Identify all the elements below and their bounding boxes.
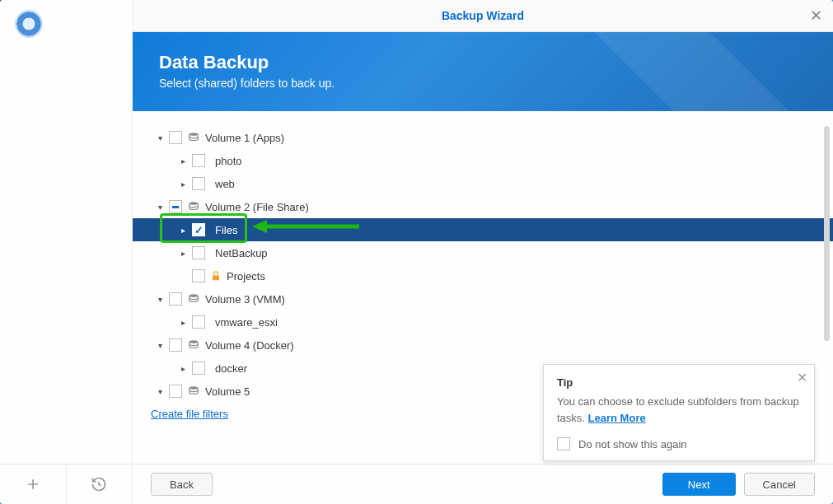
- checkbox[interactable]: [192, 177, 205, 190]
- checkbox[interactable]: [192, 315, 205, 329]
- chevron-down-icon[interactable]: ▾: [156, 203, 164, 211]
- window-title: Backup Wizard: [442, 9, 524, 22]
- page-title: Data Backup: [159, 52, 807, 73]
- close-icon: ✕: [797, 371, 807, 385]
- tree-row[interactable]: ▸photo: [151, 149, 815, 172]
- checkbox[interactable]: [169, 338, 182, 352]
- volume-icon: [187, 201, 200, 212]
- main-panel: Backup Wizard ✕ Data Backup Select (shar…: [133, 0, 833, 504]
- plus-icon: [25, 476, 41, 492]
- checkbox[interactable]: [557, 437, 570, 450]
- chevron-right-icon[interactable]: ▸: [179, 318, 187, 326]
- app-sidebar: [0, 0, 133, 504]
- tree-row[interactable]: ▸vmware_esxi: [151, 310, 815, 334]
- tip-dont-show-label: Do not show this again: [578, 438, 687, 450]
- tree-item-label: docker: [215, 362, 247, 375]
- chevron-down-icon[interactable]: ▾: [156, 387, 164, 395]
- back-button[interactable]: Back: [151, 473, 213, 496]
- hero-banner: Data Backup Select (shared) folders to b…: [133, 32, 833, 111]
- backup-wizard-window: Backup Wizard ✕ Data Backup Select (shar…: [0, 0, 833, 504]
- chevron-right-icon[interactable]: ▸: [179, 226, 187, 234]
- tree-row[interactable]: ▾Volume 2 (File Share): [151, 195, 815, 218]
- tip-body: You can choose to exclude subfolders fro…: [557, 394, 801, 426]
- tree-row[interactable]: ▸Files: [133, 218, 833, 241]
- add-task-button[interactable]: [0, 464, 67, 504]
- checkbox[interactable]: [192, 362, 205, 375]
- chevron-down-icon[interactable]: ▾: [156, 341, 164, 349]
- next-button[interactable]: Next: [662, 473, 736, 496]
- checkbox[interactable]: [169, 131, 182, 144]
- checkbox[interactable]: [192, 269, 205, 282]
- tree-row[interactable]: ▾Volume 3 (VMM): [151, 287, 815, 310]
- chevron-right-icon[interactable]: ▸: [179, 180, 187, 188]
- scrollbar[interactable]: [824, 126, 830, 424]
- svg-point-3: [190, 294, 199, 297]
- tree-item-label: photo: [215, 155, 242, 167]
- chevron-right-icon[interactable]: ▸: [179, 364, 187, 372]
- tree-row[interactable]: ▾Volume 4 (Docker): [151, 334, 815, 357]
- tree-item-label: Files: [215, 224, 237, 236]
- chevron-down-icon[interactable]: ▾: [156, 133, 164, 142]
- tree-item-label: Volume 4 (Docker): [205, 339, 294, 352]
- disclosure-spacer: [179, 272, 187, 280]
- chevron-down-icon[interactable]: ▾: [156, 295, 164, 303]
- titlebar: Backup Wizard ✕: [133, 0, 833, 32]
- volume-icon: [187, 339, 200, 351]
- page-subtitle: Select (shared) folders to back up.: [159, 77, 807, 90]
- tip-dont-show-row[interactable]: Do not show this again: [557, 437, 801, 450]
- checkbox[interactable]: [192, 223, 205, 236]
- tree-row[interactable]: ▾Volume 1 (Apps): [151, 126, 815, 149]
- tree-item-label: vmware_esxi: [215, 316, 278, 329]
- tree-item-label: Volume 1 (Apps): [205, 132, 284, 144]
- history-icon: [91, 476, 107, 492]
- close-icon: ✕: [810, 7, 822, 25]
- folder-tree[interactable]: ▾Volume 1 (Apps)▸photo▸web▾Volume 2 (Fil…: [151, 126, 815, 403]
- chevron-right-icon[interactable]: ▸: [179, 249, 187, 257]
- tree-item-label: NetBackup: [215, 247, 268, 259]
- checkbox[interactable]: [192, 154, 205, 167]
- tree-item-label: Volume 3 (VMM): [205, 293, 285, 306]
- app-logo-icon[interactable]: [15, 10, 43, 38]
- tree-row[interactable]: ▸NetBackup: [151, 241, 815, 264]
- wizard-footer: Back Next Cancel: [133, 464, 833, 504]
- learn-more-link[interactable]: Learn More: [588, 412, 646, 424]
- checkbox[interactable]: [169, 200, 182, 213]
- chevron-right-icon[interactable]: ▸: [179, 156, 187, 165]
- svg-rect-2: [213, 275, 219, 280]
- tip-title: Tip: [557, 376, 801, 389]
- tree-item-label: Projects: [227, 270, 265, 282]
- svg-point-1: [190, 202, 199, 205]
- volume-icon: [187, 385, 200, 397]
- tree-item-label: Volume 2 (File Share): [205, 201, 309, 213]
- tree-item-label: Volume 5: [205, 385, 250, 398]
- volume-icon: [187, 293, 200, 305]
- tip-close-button[interactable]: ✕: [797, 370, 807, 385]
- tip-popover: ✕ Tip You can choose to exclude subfolde…: [543, 364, 815, 461]
- cancel-button[interactable]: Cancel: [744, 473, 815, 496]
- lock-icon: [210, 270, 222, 282]
- history-button[interactable]: [67, 464, 133, 504]
- checkbox[interactable]: [169, 292, 182, 306]
- create-file-filters-link[interactable]: Create file filters: [151, 408, 228, 420]
- svg-point-0: [190, 133, 199, 136]
- checkbox[interactable]: [192, 246, 205, 259]
- close-button[interactable]: ✕: [807, 7, 825, 25]
- tree-row[interactable]: Projects: [151, 264, 815, 287]
- scrollbar-thumb[interactable]: [824, 126, 830, 341]
- svg-point-5: [190, 386, 199, 390]
- svg-point-4: [190, 340, 199, 343]
- checkbox[interactable]: [169, 385, 182, 398]
- tree-item-label: web: [215, 178, 235, 190]
- sidebar-bottom-tools: [0, 464, 132, 504]
- volume-icon: [187, 132, 200, 143]
- tree-row[interactable]: ▸web: [151, 172, 815, 195]
